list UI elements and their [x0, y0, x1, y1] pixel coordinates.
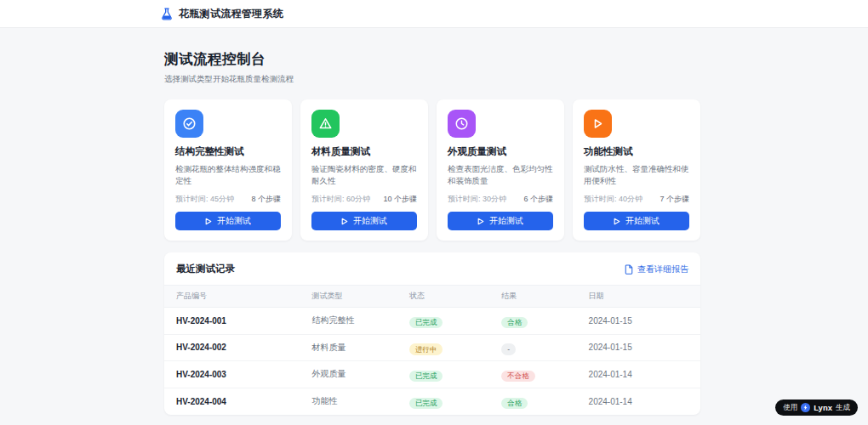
column-header: 产品编号	[176, 291, 312, 302]
view-report-link[interactable]: 查看详细报告	[625, 264, 688, 275]
document-icon	[625, 264, 633, 275]
result-badge: -	[501, 343, 516, 355]
card-title: 外观质量测试	[448, 145, 553, 158]
step-count: 6 个步骤	[523, 194, 553, 205]
test-date: 2024-01-14	[589, 370, 688, 379]
test-date: 2024-01-14	[589, 397, 688, 406]
card-description: 检测花瓶的整体结构强度和稳定性	[175, 163, 281, 187]
product-id: HV-2024-004	[176, 397, 312, 406]
play-icon	[477, 218, 484, 225]
card-description: 检查表面光洁度、色彩均匀性和装饰质量	[448, 163, 553, 187]
step-count: 7 个步骤	[660, 194, 689, 205]
estimated-time: 预计时间: 60分钟	[311, 194, 370, 205]
play-outline-icon	[584, 110, 612, 138]
clock-icon	[448, 110, 476, 138]
result-badge: 合格	[501, 317, 528, 329]
product-id: HV-2024-001	[176, 316, 312, 326]
lynx-logo-icon	[801, 403, 810, 412]
lynx-generator-badge[interactable]: 使用 Lynx 生成	[775, 400, 858, 416]
recent-records-panel: 最近测试记录 查看详细报告 产品编号 测试类型 状态 结果 日期 HV-2024…	[164, 252, 700, 415]
status-badge: 已完成	[409, 371, 443, 382]
estimated-time: 预计时间: 40分钟	[584, 194, 642, 205]
records-title: 最近测试记录	[176, 263, 235, 275]
step-count: 10 个步骤	[383, 194, 417, 205]
start-test-button[interactable]: 开始测试	[584, 212, 689, 230]
flask-icon	[161, 8, 173, 20]
card-description: 验证陶瓷材料的密度、硬度和耐久性	[311, 163, 417, 187]
status-badge: 已完成	[409, 317, 443, 329]
table-row: HV-2024-004 功能性 已完成 合格 2024-01-14	[164, 388, 700, 416]
product-id: HV-2024-003	[176, 370, 312, 379]
page-subtitle: 选择测试类型开始花瓶质量检测流程	[164, 74, 700, 85]
estimated-time: 预计时间: 30分钟	[448, 194, 506, 205]
table-row: HV-2024-003 外观质量 已完成 不合格 2024-01-14	[164, 361, 700, 388]
column-header: 测试类型	[312, 291, 409, 302]
start-test-button[interactable]: 开始测试	[175, 212, 281, 230]
result-badge: 不合格	[501, 371, 535, 382]
play-icon	[614, 218, 620, 225]
column-header: 日期	[589, 291, 688, 302]
test-type: 功能性	[312, 395, 409, 407]
start-test-button[interactable]: 开始测试	[448, 212, 553, 230]
card-material-test: 材料质量测试 验证陶瓷材料的密度、硬度和耐久性 预计时间: 60分钟 10 个步…	[300, 99, 428, 241]
table-header-row: 产品编号 测试类型 状态 结果 日期	[164, 285, 700, 308]
card-title: 结构完整性测试	[175, 145, 281, 158]
table-row: HV-2024-001 结构完整性 已完成 合格 2024-01-15	[164, 308, 700, 335]
table-row: HV-2024-002 材料质量 进行中 - 2024-01-15	[164, 335, 700, 362]
start-test-button[interactable]: 开始测试	[311, 212, 417, 230]
status-badge: 进行中	[409, 343, 443, 355]
card-description: 测试防水性、容量准确性和使用便利性	[584, 163, 689, 187]
column-header: 结果	[501, 291, 588, 302]
play-icon	[205, 218, 212, 225]
warning-triangle-icon	[311, 110, 340, 138]
play-icon	[341, 218, 348, 225]
page-title: 测试流程控制台	[164, 50, 700, 69]
result-badge: 合格	[501, 398, 528, 410]
test-date: 2024-01-15	[589, 316, 688, 326]
step-count: 8 个步骤	[251, 194, 281, 205]
app-title: 花瓶测试流程管理系统	[179, 7, 283, 21]
test-type: 外观质量	[312, 368, 409, 380]
app-header: 花瓶测试流程管理系统	[0, 0, 868, 28]
card-title: 功能性测试	[584, 145, 689, 158]
card-functional-test: 功能性测试 测试防水性、容量准确性和使用便利性 预计时间: 40分钟 7 个步骤…	[573, 99, 700, 241]
test-type: 材料质量	[312, 342, 409, 354]
estimated-time: 预计时间: 45分钟	[175, 194, 234, 205]
test-date: 2024-01-15	[589, 343, 688, 352]
status-badge: 已完成	[409, 398, 443, 410]
card-structural-test: 结构完整性测试 检测花瓶的整体结构强度和稳定性 预计时间: 45分钟 8 个步骤…	[164, 99, 292, 241]
main-content: 测试流程控制台 选择测试类型开始花瓶质量检测流程 结构完整性测试 检测花瓶的整体…	[164, 50, 700, 415]
card-appearance-test: 外观质量测试 检查表面光洁度、色彩均匀性和装饰质量 预计时间: 30分钟 6 个…	[437, 99, 564, 241]
card-title: 材料质量测试	[311, 145, 417, 158]
product-id: HV-2024-002	[176, 343, 312, 352]
check-circle-icon	[175, 110, 203, 138]
test-type-cards: 结构完整性测试 检测花瓶的整体结构强度和稳定性 预计时间: 45分钟 8 个步骤…	[164, 99, 700, 241]
test-type: 结构完整性	[312, 314, 409, 326]
column-header: 状态	[409, 291, 501, 302]
